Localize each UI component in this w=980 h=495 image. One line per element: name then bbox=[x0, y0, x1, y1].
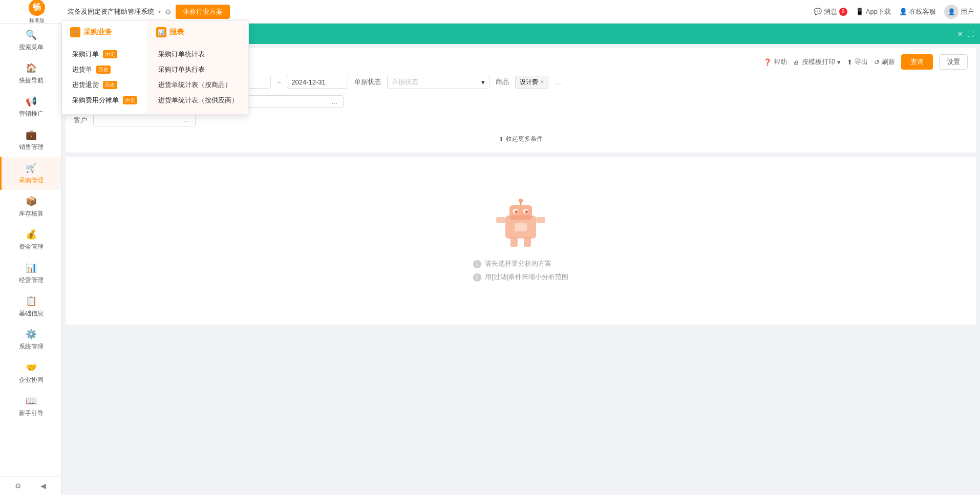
industry-btn[interactable]: 体验行业方案 bbox=[176, 5, 230, 19]
status-select[interactable]: 单据状态 ▾ bbox=[387, 75, 489, 89]
header-message[interactable]: 💬 消息 9 bbox=[814, 7, 847, 16]
purchase-order-label: 采购订单 bbox=[72, 50, 99, 59]
return-label: 进货退货 bbox=[72, 80, 99, 90]
menu-item-incoming[interactable]: 进货单 历史 bbox=[70, 62, 139, 77]
purchase-order-badge: 历史 bbox=[103, 50, 117, 58]
help-btn[interactable]: ❓ 帮助 bbox=[763, 57, 787, 67]
expense-badge: 历史 bbox=[123, 96, 137, 104]
sidebar-label-system: 系统管理 bbox=[19, 342, 44, 351]
customer-dots[interactable]: … bbox=[183, 116, 191, 124]
print-btn[interactable]: 🖨 按模板打印 ▾ bbox=[793, 57, 841, 67]
service-icon: 👤 bbox=[899, 8, 907, 15]
return-badge: 历史 bbox=[103, 81, 117, 89]
system-icon: ⚙️ bbox=[25, 328, 37, 340]
menu-item-order-exec[interactable]: 采购订单执行表 bbox=[156, 62, 240, 77]
menu-item-purchase-order[interactable]: 采购订单 历史 bbox=[70, 47, 139, 62]
date-separator: ~ bbox=[277, 78, 281, 86]
header-app-download[interactable]: 📱 App下载 bbox=[856, 7, 891, 16]
svg-rect-1 bbox=[509, 205, 532, 220]
sidebar-label-collab: 企业协同 bbox=[19, 376, 44, 384]
report-col-title-text: 报表 bbox=[169, 28, 184, 37]
home-icon: 🏠 bbox=[25, 62, 37, 74]
sidebar-item-collab[interactable]: 🤝 企业协同 bbox=[0, 356, 61, 390]
svg-rect-12 bbox=[515, 223, 527, 231]
sidebar-item-nav[interactable]: 🏠 快捷导航 bbox=[0, 57, 61, 90]
menu-item-expense[interactable]: 采购费用分摊单 历史 bbox=[70, 93, 139, 108]
menu-item-return[interactable]: 进货退货 历史 bbox=[70, 77, 139, 93]
logo-icon: 畅 bbox=[29, 0, 45, 16]
sidebar-item-search[interactable]: 🔍 搜索菜单 bbox=[0, 24, 61, 57]
sidebar-item-finance[interactable]: 💰 资金管理 bbox=[0, 223, 61, 256]
menu-item-incoming-by-goods[interactable]: 进货单统计表（按商品） bbox=[156, 77, 240, 93]
sidebar-bottom: ⚙ ◀ bbox=[0, 476, 61, 495]
menu-item-incoming-by-supplier[interactable]: 进货单统计表（按供应商） bbox=[156, 93, 240, 108]
sidebar-item-operation[interactable]: 📊 经营管理 bbox=[0, 256, 61, 290]
salesperson-select[interactable]: … bbox=[241, 95, 344, 108]
filter-customer-row: 客户 … bbox=[74, 114, 968, 126]
export-btn[interactable]: ⬆ 导出 bbox=[847, 57, 868, 67]
collab-icon: 🤝 bbox=[25, 361, 37, 374]
sidebar-label-purchase: 采购管理 bbox=[19, 176, 44, 185]
sidebar-item-system[interactable]: ⚙️ 系统管理 bbox=[0, 323, 61, 356]
date-to-input[interactable] bbox=[287, 76, 348, 89]
expense-label: 采购费用分摊单 bbox=[72, 96, 119, 105]
hint-text-2: 用[过滤]条件来缩小分析范围 bbox=[485, 273, 568, 281]
hint-text-1: 请先选择要分析的方案 bbox=[485, 260, 551, 267]
user-label: 用户 bbox=[961, 7, 974, 16]
collapse-row[interactable]: ⬆ 收起更多条件 bbox=[74, 132, 968, 146]
sidebar-label-inventory: 库存核算 bbox=[19, 209, 44, 218]
svg-rect-11 bbox=[536, 217, 545, 223]
refresh-label: 刷新 bbox=[882, 57, 895, 67]
system-dropdown-icon[interactable]: ▾ bbox=[158, 9, 161, 14]
query-btn[interactable]: 查询 bbox=[901, 54, 933, 70]
guide-icon: 📖 bbox=[25, 395, 37, 407]
sidebar-item-purchase[interactable]: 🛒 采购管理 bbox=[0, 157, 61, 190]
menu-item-order-stats[interactable]: 采购订单统计表 bbox=[156, 47, 240, 62]
header-right: 💬 消息 9 📱 App下载 👤 在线客服 👤 用户 bbox=[814, 5, 974, 19]
sidebar-collapse-btn[interactable]: ◀ bbox=[40, 482, 46, 490]
header-online-service[interactable]: 👤 在线客服 bbox=[899, 7, 936, 16]
purchase-col: 🛒 采购业务 采购订单 历史 进货单 历史 进货退货 历史 采购费用分摊单 bbox=[62, 21, 148, 114]
system-gear-icon[interactable]: ⚙ bbox=[165, 8, 172, 16]
empty-text: 1 请先选择要分析的方案 2 用[过滤]条件来缩小分析范围 bbox=[473, 257, 569, 284]
sidebar-item-basic[interactable]: 📋 基础信息 bbox=[0, 290, 61, 323]
salesperson-dots[interactable]: … bbox=[331, 98, 339, 105]
sidebar-label-finance: 资金管理 bbox=[19, 243, 44, 251]
status-placeholder: 单据状态 bbox=[392, 77, 418, 87]
sidebar-label-nav: 快捷导航 bbox=[19, 76, 44, 85]
tab-expand-icon[interactable]: ⛶ bbox=[967, 30, 974, 38]
message-badge: 9 bbox=[839, 8, 847, 16]
report-col: 📊 报表 采购订单统计表 采购订单执行表 进货单统计表（按商品） 进货单统计表（… bbox=[148, 21, 248, 114]
goods-dots[interactable]: … bbox=[555, 78, 562, 86]
svg-rect-8 bbox=[510, 238, 518, 247]
sidebar-label-basic: 基础信息 bbox=[19, 309, 44, 318]
export-label: 导出 bbox=[855, 57, 868, 67]
search-icon: 🔍 bbox=[25, 29, 37, 41]
setting-btn[interactable]: 设置 bbox=[939, 54, 968, 70]
logo-subtext: 标准版 bbox=[29, 17, 45, 24]
sidebar-label-sales: 销售管理 bbox=[19, 143, 44, 152]
purchase-menu-icon: 🛒 bbox=[70, 27, 80, 37]
purchase-dropdown-menu[interactable]: 🛒 采购业务 采购订单 历史 进货单 历史 进货退货 历史 采购费用分摊单 bbox=[61, 20, 249, 115]
customer-select[interactable]: … bbox=[93, 114, 196, 126]
incoming-by-goods-label: 进货单统计表（按商品） bbox=[158, 80, 231, 90]
sidebar-label-promo: 营销推广 bbox=[19, 110, 44, 118]
incoming-by-supplier-label: 进货单统计表（按供应商） bbox=[158, 96, 238, 105]
order-stats-label: 采购订单统计表 bbox=[158, 50, 205, 59]
goods-label: 商品 bbox=[496, 77, 509, 87]
customer-label: 客户 bbox=[74, 116, 87, 125]
hint-num-1: 1 bbox=[473, 260, 481, 268]
hint-num-2: 2 bbox=[473, 273, 481, 282]
sidebar-item-promo[interactable]: 📢 营销推广 bbox=[0, 90, 61, 123]
sidebar-item-inventory[interactable]: 📦 库存核算 bbox=[0, 190, 61, 223]
tab-close-all-icon[interactable]: ✕ bbox=[957, 30, 963, 38]
results-area: 1 请先选择要分析的方案 2 用[过滤]条件来缩小分析范围 bbox=[66, 157, 976, 325]
basic-icon: 📋 bbox=[25, 295, 37, 307]
header-user[interactable]: 👤 用户 bbox=[944, 5, 974, 19]
sidebar-item-sales[interactable]: 💼 销售管理 bbox=[0, 123, 61, 157]
print-dropdown-icon[interactable]: ▾ bbox=[837, 58, 841, 66]
goods-tag-close[interactable]: × bbox=[540, 78, 544, 85]
refresh-btn[interactable]: ↺ 刷新 bbox=[874, 57, 895, 67]
sidebar-item-guide[interactable]: 📖 新手引导 bbox=[0, 390, 61, 423]
sidebar-settings-btn[interactable]: ⚙ bbox=[15, 482, 22, 490]
